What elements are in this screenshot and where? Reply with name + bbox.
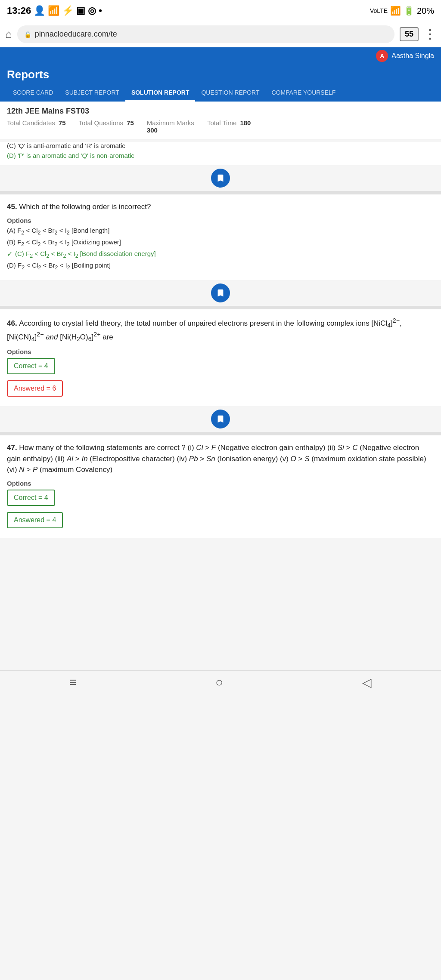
total-candidates-stat: Total Candidates 75 bbox=[7, 119, 66, 134]
tab-question-report[interactable]: QUESTION REPORT bbox=[195, 85, 265, 102]
screen-icon: ▣ bbox=[76, 5, 85, 16]
nfc-icon: ◎ bbox=[88, 5, 96, 16]
q45-options-label: Options bbox=[7, 217, 434, 224]
tab-solution-report[interactable]: SOLUTION REPORT bbox=[125, 85, 196, 102]
q46-and: and bbox=[46, 333, 58, 341]
tab-count[interactable]: 55 bbox=[400, 27, 419, 41]
total-time-value: 180 bbox=[240, 119, 251, 126]
check-icon-c: ✓ bbox=[7, 250, 12, 258]
url-text: pinnacloeducare.com/te bbox=[35, 30, 117, 39]
exam-info: 12th JEE Mains FST03 Total Candidates 75… bbox=[0, 102, 441, 139]
total-questions-stat: Total Questions 75 bbox=[79, 119, 134, 134]
dot-icon: • bbox=[99, 5, 102, 16]
menu-icon[interactable]: ≡ bbox=[69, 675, 76, 689]
exam-title: 12th JEE Mains FST03 bbox=[7, 107, 434, 116]
q45-option-c-label: (C) F2 < Cl2 < Br2 < I2 [Bond dissociati… bbox=[15, 250, 156, 259]
q47-answered: Answered = 4 bbox=[7, 512, 63, 528]
q45-option-b: (B) F2 < Cl2 < Br2 < I2 [Oxidizing power… bbox=[7, 238, 434, 247]
wifi-icon: 📶 bbox=[48, 5, 59, 16]
total-time-stat: Total Time 180 bbox=[207, 119, 251, 134]
max-marks-label: Maximum Marks bbox=[147, 119, 194, 126]
vo-label: VoLTE bbox=[370, 7, 388, 14]
tab-score-card[interactable]: SCORE CARD bbox=[7, 85, 59, 102]
separator-1 bbox=[0, 191, 441, 194]
back-button[interactable]: ◁ bbox=[362, 675, 372, 690]
q46-options-label: Options bbox=[7, 348, 434, 355]
q47-options-label: Options bbox=[7, 480, 434, 487]
browser-menu[interactable]: ⋮ bbox=[424, 27, 436, 41]
prev-option-d: (D) 'P' is an aromatic and 'Q' is non-ar… bbox=[7, 152, 434, 159]
user-name: Aastha Singla bbox=[391, 52, 434, 60]
bookmark-circle-2[interactable] bbox=[211, 284, 230, 302]
lock-icon: 🔒 bbox=[24, 31, 31, 38]
q47-number: 47. bbox=[7, 444, 19, 452]
bookmark-icon-1 bbox=[216, 173, 225, 183]
q45-option-d: (D) F2 < Cl2 < Br2 < I2 [Boiling point] bbox=[7, 262, 434, 271]
bookmark-icon-3 bbox=[216, 414, 225, 424]
separator-3 bbox=[0, 432, 441, 435]
battery-percent: 20% bbox=[417, 6, 434, 16]
status-left: 13:26 👤 📶 ⚡ ▣ ◎ • bbox=[7, 5, 102, 16]
person-icon: 👤 bbox=[34, 5, 45, 16]
q45-number: 45. bbox=[7, 203, 19, 211]
q46-correct-answer: Correct = 4 bbox=[7, 358, 55, 374]
q45-option-b-label: (B) F2 < Cl2 < Br2 < I2 [Oxidizing power… bbox=[7, 238, 121, 247]
q46-number: 46. bbox=[7, 319, 19, 327]
bookmark-circle-3[interactable] bbox=[211, 410, 230, 428]
q46-text: 46. According to crystal field theory, t… bbox=[7, 316, 434, 344]
separator-2 bbox=[0, 306, 441, 309]
user-bar: A Aastha Singla bbox=[0, 47, 441, 65]
question-45: 45. Which of the following order is inco… bbox=[0, 194, 441, 280]
browser-bar: ⌂ 🔒 pinnacloeducare.com/te 55 ⋮ bbox=[0, 22, 441, 47]
total-candidates-label: Total Candidates bbox=[7, 119, 55, 126]
exam-stats: Total Candidates 75 Total Questions 75 M… bbox=[7, 119, 434, 134]
tab-compare-yourself[interactable]: COMPARE YOURSELF bbox=[266, 85, 342, 102]
total-candidates-value: 75 bbox=[59, 119, 66, 126]
bookmark-button-2[interactable] bbox=[0, 284, 441, 302]
reports-title: Reports bbox=[7, 68, 434, 81]
total-questions-value: 75 bbox=[127, 119, 134, 126]
bookmark-circle-1[interactable] bbox=[211, 169, 230, 188]
q45-option-c: ✓ (C) F2 < Cl2 < Br2 < I2 [Bond dissocia… bbox=[7, 250, 434, 259]
home-icon[interactable]: ⌂ bbox=[5, 28, 12, 41]
total-questions-label: Total Questions bbox=[79, 119, 123, 126]
question-46: 46. According to crystal field theory, t… bbox=[0, 309, 441, 407]
prev-option-c: (C) 'Q' is anti-aromatic and 'R' is arom… bbox=[7, 142, 434, 149]
total-time-label: Total Time bbox=[207, 119, 236, 126]
bottom-nav: ≡ ○ ◁ bbox=[0, 670, 441, 694]
url-bar[interactable]: 🔒 pinnacloeducare.com/te bbox=[17, 25, 394, 43]
prev-options: (C) 'Q' is anti-aromatic and 'R' is arom… bbox=[0, 142, 441, 165]
q45-text: 45. Which of the following order is inco… bbox=[7, 201, 434, 213]
signal-bars: 📶 bbox=[390, 6, 401, 16]
bookmark-button-1[interactable] bbox=[0, 169, 441, 188]
prev-option-d-text: (D) 'P' is an aromatic and 'Q' is non-ar… bbox=[7, 152, 134, 159]
battery-icon: 🔋 bbox=[404, 6, 414, 16]
reports-header: Reports SCORE CARD SUBJECT REPORT SOLUTI… bbox=[0, 65, 441, 102]
max-marks-value: 300 bbox=[147, 126, 158, 134]
tab-subject-report[interactable]: SUBJECT REPORT bbox=[59, 85, 125, 102]
max-marks-stat: Maximum Marks 300 bbox=[147, 119, 194, 134]
user-avatar: A bbox=[376, 50, 388, 62]
bookmark-icon-2 bbox=[216, 288, 225, 298]
q45-option-a-label: (A) F2 < Cl2 < Br2 < I2 [Bond length] bbox=[7, 227, 109, 236]
q47-correct-answer: Correct = 4 bbox=[7, 490, 55, 506]
content: (C) 'Q' is anti-aromatic and 'R' is arom… bbox=[0, 142, 441, 670]
status-right: VoLTE 📶 🔋 20% bbox=[370, 6, 434, 16]
q46-answered: Answered = 6 bbox=[7, 380, 63, 397]
signal-icon: ⚡ bbox=[62, 5, 74, 16]
q45-option-d-label: (D) F2 < Cl2 < Br2 < I2 [Boiling point] bbox=[7, 262, 111, 271]
home-button[interactable]: ○ bbox=[215, 675, 223, 690]
q47-text: 47. How many of the following statements… bbox=[7, 442, 434, 475]
status-bar: 13:26 👤 📶 ⚡ ▣ ◎ • VoLTE 📶 🔋 20% bbox=[0, 0, 441, 22]
time: 13:26 bbox=[7, 5, 31, 16]
prev-option-c-text: (C) 'Q' is anti-aromatic and 'R' is arom… bbox=[7, 142, 125, 149]
reports-tabs: SCORE CARD SUBJECT REPORT SOLUTION REPOR… bbox=[7, 85, 434, 102]
q45-option-a: (A) F2 < Cl2 < Br2 < I2 [Bond length] bbox=[7, 227, 434, 236]
bookmark-button-3[interactable] bbox=[0, 410, 441, 428]
spacer bbox=[0, 541, 441, 670]
question-47: 47. How many of the following statements… bbox=[0, 435, 441, 538]
